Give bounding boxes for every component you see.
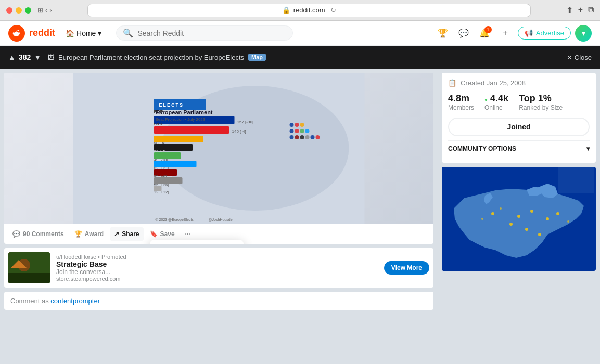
svg-point-52 (509, 223, 513, 226)
search-bar[interactable]: 🔍 (116, 25, 293, 41)
reddit-logo[interactable]: reddit (8, 25, 55, 42)
community-options-chevron-icon: ▾ (586, 145, 590, 152)
vote-controls: ▲ 382 ▼ (8, 53, 41, 61)
community-options[interactable]: COMMUNITY OPTIONS ▾ (448, 140, 590, 157)
svg-point-48 (517, 215, 520, 218)
post-image: EPP 157 [-30] S&D 145 [-4] 90 [-8] 72 [-… (4, 73, 433, 224)
top-percent: Top 1% (519, 93, 563, 104)
notifications-icon-btn[interactable]: 🔔 1 (476, 25, 493, 42)
svg-point-34 (290, 135, 294, 139)
advertise-icon: 📢 (525, 29, 533, 37)
chat-icon-btn[interactable]: 💬 (455, 25, 472, 42)
post-card: EPP 157 [-30] S&D 145 [-4] 90 [-8] 72 [-… (4, 73, 433, 244)
search-icon: 🔍 (123, 28, 133, 38)
svg-text:Seat Projection • July 2023: Seat Projection • July 2023 (156, 117, 206, 122)
svg-point-54 (538, 233, 541, 236)
downvote-button[interactable]: ▼ (34, 53, 41, 61)
close-button[interactable]: ✕ Close (567, 54, 592, 61)
create-post-btn[interactable]: ＋ (497, 25, 514, 42)
rank-stat: Top 1% Ranked by Size (519, 93, 563, 111)
home-nav[interactable]: 🏠 Home ▾ (61, 27, 106, 40)
online-dot-icon: ● (484, 97, 488, 102)
minimize-window-button[interactable] (16, 7, 22, 14)
post-title-bar: 🖼 European Parliament election seat proj… (47, 54, 560, 61)
lock-icon: 🔒 (282, 6, 290, 14)
joined-button[interactable]: Joined (448, 118, 590, 136)
award-icon-btn[interactable]: 🏆 (435, 25, 451, 42)
actions-bar: 💬 90 Comments 🏆 Award ↗ Share 🔖 Save ··· (4, 224, 433, 244)
window-right-controls: ⬆ + ⧉ (566, 5, 594, 15)
svg-point-28 (295, 123, 299, 127)
advertise-button[interactable]: 📢 Advertise (518, 27, 571, 40)
svg-point-33 (305, 129, 310, 133)
stats-row: 4.8m Members ● 4.4k Online Top 1% Ranked… (448, 93, 590, 111)
refresh-icon[interactable]: ↻ (330, 6, 336, 14)
user-avatar[interactable]: ▾ (575, 25, 592, 42)
new-tab-icon[interactable]: + (578, 5, 583, 15)
close-icon: ✕ (567, 54, 572, 61)
svg-point-55 (500, 207, 502, 210)
svg-point-50 (546, 217, 549, 220)
share-button[interactable]: ↗ Share (110, 227, 143, 241)
nav-controls: ⊞ ‹ › (37, 6, 52, 14)
promoted-card: u/HoodedHorse • Promoted Strategic Base … (4, 248, 433, 288)
close-window-button[interactable] (6, 7, 12, 14)
sidebar: 📋 Created Jan 25, 2008 4.8m Members ● 4.… (438, 69, 600, 364)
sidebar-created: 📋 Created Jan 25, 2008 (448, 79, 590, 87)
top-bar: ▲ 382 ▼ 🖼 European Parliament election s… (0, 46, 600, 69)
svg-point-32 (300, 129, 304, 133)
tabs-icon[interactable]: ⧉ (588, 5, 594, 15)
members-stat: 4.8m Members (448, 93, 474, 111)
top-label: Ranked by Size (519, 104, 563, 111)
view-more-button[interactable]: View More (384, 261, 429, 275)
sidebar-toggle-icon[interactable]: ⊞ (37, 6, 43, 14)
svg-rect-6 (154, 126, 229, 134)
traffic-lights (6, 7, 31, 14)
url-text: reddit.com (293, 6, 325, 14)
community-options-label: COMMUNITY OPTIONS (448, 145, 516, 152)
svg-text:157 [-30]: 157 [-30] (237, 120, 254, 124)
share-dropdown: 🔗 Copy Link ↗ Crosspost </> Embed (150, 240, 244, 244)
more-icon: ··· (185, 230, 190, 238)
share-label: Share (122, 230, 139, 238)
map-preview (442, 167, 596, 271)
share-icon: ↗ (114, 230, 119, 238)
home-chevron-icon: ▾ (98, 29, 101, 37)
comment-username[interactable]: contentprompter (50, 297, 100, 305)
created-label: Created Jan 25, 2008 (461, 79, 526, 87)
more-button[interactable]: ··· (181, 227, 195, 241)
fullscreen-window-button[interactable] (25, 7, 31, 14)
svg-text:S&D: S&D (154, 122, 163, 126)
notification-badge: 1 (484, 26, 492, 33)
forward-button[interactable]: › (49, 6, 52, 14)
comments-button[interactable]: 💬 90 Comments (8, 227, 68, 241)
address-bar[interactable]: 🔒 reddit.com ↻ (87, 4, 531, 17)
search-input[interactable] (137, 29, 286, 37)
promoted-title: Strategic Base (56, 260, 378, 268)
comments-label: 90 Comments (23, 230, 64, 238)
award-button[interactable]: 🏆 Award (70, 227, 108, 241)
header-right: 🏆 💬 🔔 1 ＋ 📢 Advertise ▾ (435, 25, 592, 42)
advertise-label: Advertise (536, 29, 564, 37)
comments-icon: 💬 (12, 230, 20, 238)
back-button[interactable]: ‹ (45, 6, 47, 14)
calendar-icon: 📋 (448, 79, 456, 87)
svg-text:© 2023 @EuropeElects: © 2023 @EuropeElects (156, 218, 194, 222)
svg-point-49 (530, 210, 533, 213)
save-button[interactable]: 🔖 Save (146, 227, 179, 241)
promoted-description: Join the conversa... (56, 268, 378, 276)
svg-text:ELECTS: ELECTS (159, 102, 184, 108)
reddit-wordmark: reddit (29, 28, 55, 38)
svg-text:12 [+12]: 12 [+12] (154, 190, 169, 194)
save-icon: 🔖 (150, 230, 158, 238)
upvote-button[interactable]: ▲ (8, 53, 16, 61)
svg-point-51 (556, 212, 559, 215)
svg-text:145 [-4]: 145 [-4] (232, 129, 246, 134)
svg-rect-44 (8, 273, 50, 283)
main-layout: EPP 157 [-30] S&D 145 [-4] 90 [-8] 72 [-… (0, 69, 600, 364)
share-icon[interactable]: ⬆ (566, 5, 573, 15)
copy-link-item[interactable]: 🔗 Copy Link (150, 240, 244, 244)
window-chrome: ⊞ ‹ › 🔒 reddit.com ↻ ⬆ + ⧉ (0, 0, 600, 21)
comment-area: Comment as contentprompter (4, 292, 433, 310)
svg-point-39 (316, 135, 320, 139)
